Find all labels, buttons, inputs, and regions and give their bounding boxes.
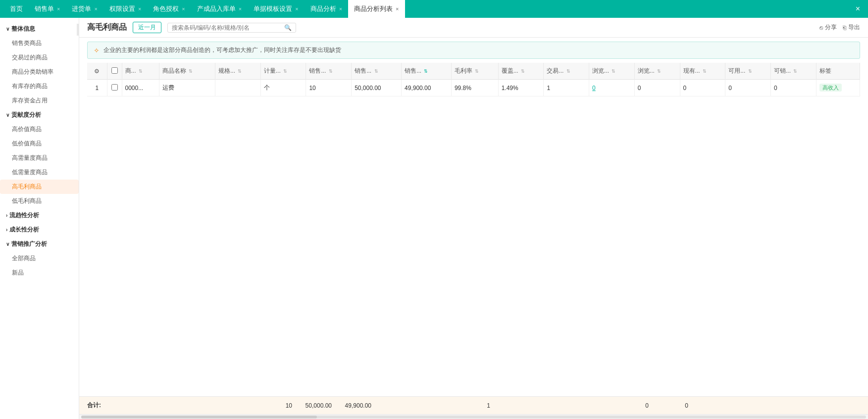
col-sellable: 可销... ⇅ <box>770 63 816 80</box>
sidebar-item-low-value[interactable]: 低价值商品 <box>0 137 79 151</box>
sidebar: « ∨ 整体信息 销售类商品 交易过的商品 商品分类助销率 有库存的商品 库存资… <box>0 18 79 419</box>
table-container[interactable]: ⚙ 商... ⇅ 商品名称 ⇅ <box>87 63 860 396</box>
footer-sales-cost: 49,900.00 <box>335 402 374 409</box>
footer-qty: 10 <box>255 402 295 409</box>
nav-product-inbound[interactable]: 产成品入库单 × <box>191 0 248 18</box>
nav-purchase[interactable]: 进货单 × <box>66 0 103 18</box>
row-spec <box>215 80 261 96</box>
nav-close-permission[interactable]: × <box>138 6 141 12</box>
sort-icon-available[interactable]: ⇅ <box>748 69 752 74</box>
nav-close-template[interactable]: × <box>295 6 298 12</box>
nav-close-sales[interactable]: × <box>57 6 60 12</box>
sort-icon-sales-cost[interactable]: ⇅ <box>424 69 428 74</box>
nav-home[interactable]: 首页 <box>4 0 29 18</box>
row-current-stock: 0 <box>680 80 725 96</box>
row-available: 0 <box>725 80 771 96</box>
sidebar-item-low-margin[interactable]: 低毛利商品 <box>0 194 79 208</box>
time-filter-button[interactable]: 近一月 <box>133 22 161 33</box>
settings-icon[interactable]: ⚙ <box>94 68 100 75</box>
row-name[interactable]: 运费 <box>159 80 215 96</box>
sort-icon-qty[interactable]: ⇅ <box>329 69 333 74</box>
nav-close-purchase[interactable]: × <box>94 6 97 12</box>
nav-close-all[interactable]: × <box>852 4 864 13</box>
col-views2: 浏览... ⇅ <box>634 63 680 80</box>
select-all-checkbox[interactable] <box>111 67 118 74</box>
sidebar-item-low-demand[interactable]: 低需量度商品 <box>0 165 79 180</box>
export-icon: ⎗ <box>843 24 846 31</box>
sidebar-group-marketing[interactable]: ∨ 营销推广分析 <box>0 237 79 251</box>
sort-icon-spec[interactable]: ⇅ <box>238 69 242 74</box>
page-title: 高毛利商品 <box>87 22 127 33</box>
row-sales-amount: 50,000.00 <box>352 80 402 96</box>
search-input[interactable] <box>172 24 282 31</box>
tag-badge: 高收入 <box>819 84 842 92</box>
table-footer: 合计: 10 50,000.00 49,900.00 1 0 0 <box>79 396 868 414</box>
arrow-trend: › <box>6 213 7 218</box>
nav-close-analysis-list[interactable]: × <box>396 6 399 12</box>
arrow-growth: › <box>6 227 7 233</box>
table-row: 1 0000... 运费 <box>87 80 860 96</box>
row-sales-cost: 49,900.00 <box>402 80 452 96</box>
table-header-row: ⚙ 商... ⇅ 商品名称 ⇅ <box>87 63 860 80</box>
sort-icon-sales-amount[interactable]: ⇅ <box>374 69 378 74</box>
export-button[interactable]: ⎗ 导出 <box>843 23 860 32</box>
sidebar-collapse-btn[interactable]: « <box>77 24 79 36</box>
nav-close-analysis[interactable]: × <box>339 6 342 12</box>
search-icon[interactable]: 🔍 <box>284 24 292 31</box>
sort-icon-code[interactable]: ⇅ <box>139 69 143 74</box>
sidebar-item-all-goods[interactable]: 全部商品 <box>0 251 79 266</box>
footer-sales-amount: 50,000.00 <box>295 402 335 409</box>
sidebar-group-overall[interactable]: ∨ 整体信息 <box>0 22 79 36</box>
sort-icon-sellable[interactable]: ⇅ <box>793 69 797 74</box>
nav-close-role[interactable]: × <box>182 6 185 12</box>
sidebar-item-high-margin[interactable]: 高毛利商品 <box>0 180 79 194</box>
col-tag: 标签 <box>816 63 860 80</box>
sidebar-item-high-demand[interactable]: 高需量度商品 <box>0 151 79 165</box>
row-transactions: 1 <box>544 80 589 96</box>
row-coverage: 1.49% <box>498 80 544 96</box>
sidebar-item-in-stock[interactable]: 有库存的商品 <box>0 79 79 93</box>
sort-icon-name[interactable]: ⇅ <box>189 69 193 74</box>
sort-icon-views2[interactable]: ⇅ <box>657 69 661 74</box>
nav-role[interactable]: 角色授权 × <box>147 0 191 18</box>
sort-icon-views1[interactable]: ⇅ <box>612 69 615 74</box>
footer-transactions: 1 <box>454 402 493 409</box>
sidebar-item-new-goods[interactable]: 新品 <box>0 266 79 280</box>
sidebar-item-traded-goods[interactable]: 交易过的商品 <box>0 50 79 65</box>
sidebar-group-contribution[interactable]: ∨ 贡献度分析 <box>0 108 79 122</box>
nav-sales[interactable]: 销售单 × <box>29 0 66 18</box>
col-qty: 销售... ⇅ <box>306 63 352 80</box>
sidebar-item-stock-capital[interactable]: 库存资金占用 <box>0 93 79 108</box>
row-select-checkbox[interactable] <box>111 84 118 91</box>
content-header: 高毛利商品 近一月 🔍 ⎋ 分享 ⎗ 导出 <box>79 18 868 38</box>
row-views2: 0 <box>634 80 680 96</box>
sort-icon-unit[interactable]: ⇅ <box>283 69 287 74</box>
sort-icon-coverage[interactable]: ⇅ <box>521 69 525 74</box>
sort-icon-current-stock[interactable]: ⇅ <box>703 69 707 74</box>
nav-permission[interactable]: 权限设置 × <box>103 0 147 18</box>
nav-analysis[interactable]: 商品分析 × <box>305 0 348 18</box>
data-table: ⚙ 商... ⇅ 商品名称 ⇅ <box>87 63 860 96</box>
nav-template[interactable]: 单据模板设置 × <box>248 0 304 18</box>
search-box: 🔍 <box>167 23 296 33</box>
nav-close-product-inbound[interactable]: × <box>239 6 242 12</box>
col-sales-amount: 销售... ⇅ <box>352 63 402 80</box>
sort-icon-transactions[interactable]: ⇅ <box>566 69 570 74</box>
col-views1: 浏览... ⇅ <box>589 63 635 80</box>
sidebar-item-sales-goods[interactable]: 销售类商品 <box>0 36 79 50</box>
row-gross-rate: 99.8% <box>451 80 498 96</box>
row-views1[interactable]: 0 <box>589 80 635 96</box>
sidebar-item-category-rate[interactable]: 商品分类助销率 <box>0 65 79 79</box>
main-layout: « ∨ 整体信息 销售类商品 交易过的商品 商品分类助销率 有库存的商品 库存资… <box>0 18 868 419</box>
scrollbar-track <box>81 416 866 419</box>
info-icon: ✧ <box>94 47 100 54</box>
sidebar-group-trend[interactable]: › 流趋性分析 <box>0 208 79 223</box>
col-checkbox <box>107 63 122 80</box>
bottom-scrollbar[interactable] <box>79 414 868 419</box>
sidebar-group-growth[interactable]: › 成长性分析 <box>0 223 79 237</box>
scrollbar-thumb[interactable] <box>81 416 317 419</box>
sidebar-item-high-value[interactable]: 高价值商品 <box>0 122 79 137</box>
nav-analysis-list[interactable]: 商品分析列表 × <box>348 0 405 18</box>
sort-icon-gross-rate[interactable]: ⇅ <box>475 69 479 74</box>
share-button[interactable]: ⎋ 分享 <box>819 23 837 32</box>
